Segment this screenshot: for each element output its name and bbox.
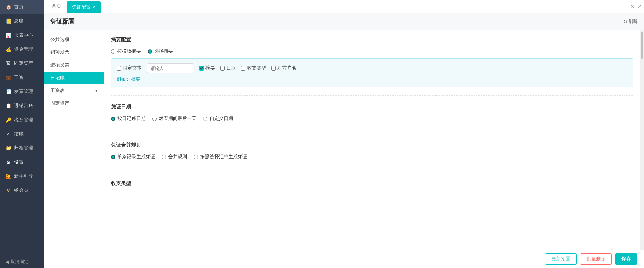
update-preview-button[interactable]: 更新预置 bbox=[545, 253, 577, 265]
sidebar-item-sales[interactable]: 📋 进销台账 bbox=[0, 99, 44, 113]
radio-date-custom-input[interactable] bbox=[203, 117, 207, 121]
fund-icon: 💰 bbox=[5, 46, 11, 52]
save-button[interactable]: 保存 bbox=[615, 253, 637, 265]
main-area: 首页 凭证配置 × ✕ ⤢ 凭证配置 ↻ 刷新 公共选项 bbox=[44, 0, 644, 268]
left-nav-fixed-assets[interactable]: 固定资产 bbox=[44, 97, 104, 110]
radio-merge-rule-input[interactable] bbox=[162, 155, 166, 159]
pin-icon: ◀ bbox=[5, 259, 9, 264]
date-section: 凭证日期 按日记账日期 对应期间最后一天 自定义日期 bbox=[111, 104, 633, 134]
checkbox-counterpart[interactable]: 对方户名 bbox=[271, 65, 296, 71]
sidebar-item-ledger[interactable]: 📒 总账 bbox=[0, 14, 44, 28]
sidebar-item-home[interactable]: 🏠 首页 bbox=[0, 0, 44, 14]
tab-bar-actions: ✕ ⤢ bbox=[630, 3, 641, 10]
invoice-icon: 🧾 bbox=[5, 89, 11, 95]
radio-date-period-last-input[interactable] bbox=[152, 117, 157, 121]
radio-date-custom[interactable]: 自定义日期 bbox=[203, 116, 233, 122]
income-section: 收支类型 bbox=[111, 180, 633, 200]
sidebar-item-guide[interactable]: 🙋 新手引导 bbox=[0, 169, 44, 183]
checkbox-payment-type-input[interactable] bbox=[241, 66, 245, 71]
radio-date-journal-input[interactable] bbox=[111, 117, 115, 121]
batch-delete-button[interactable]: 批量删除 bbox=[580, 253, 612, 265]
left-nav-public[interactable]: 公共选项 bbox=[44, 33, 104, 46]
sidebar-item-archive[interactable]: 📁 归档管理 bbox=[0, 141, 44, 155]
checkbox-summary[interactable]: 摘要 bbox=[199, 65, 215, 71]
checkbox-fixed-text[interactable]: 固定文本 bbox=[117, 65, 142, 71]
summary-title: 摘要配置 bbox=[111, 37, 633, 43]
sidebar-item-asset[interactable]: 🏗 固定资产 bbox=[0, 56, 44, 71]
checkbox-date-input[interactable] bbox=[220, 66, 225, 71]
tab-bar: 首页 凭证配置 × ✕ ⤢ bbox=[44, 0, 644, 13]
radio-merge-aggregate[interactable]: 按照选择汇总生成凭证 bbox=[194, 154, 247, 160]
inner-layout: 公共选项 销项发票 进项发票 日记账 工资表 ▾ 固定资产 bbox=[44, 30, 644, 250]
tab-home[interactable]: 首页 bbox=[46, 0, 67, 13]
radio-date-period-last[interactable]: 对应期间最后一天 bbox=[152, 116, 196, 122]
sidebar: 🏠 首页 📒 总账 📊 报表中心 💰 资金管理 🏗 固定资产 💼 工资 🧾 发票… bbox=[0, 0, 44, 268]
asset-icon: 🏗 bbox=[5, 60, 11, 66]
radio-select-input[interactable] bbox=[148, 49, 152, 54]
chevron-down-icon: ▾ bbox=[95, 88, 97, 93]
radio-merge-single[interactable]: 单条记录生成凭证 bbox=[111, 154, 155, 160]
page-title: 凭证配置 bbox=[50, 17, 75, 26]
left-nav-journal[interactable]: 日记账 bbox=[44, 72, 104, 84]
guide-icon: 🙋 bbox=[5, 173, 11, 179]
scroll-track[interactable] bbox=[640, 30, 644, 250]
report-icon: 📊 bbox=[5, 32, 11, 38]
summary-section: 摘要配置 按模版摘要 选择摘要 bbox=[111, 37, 633, 96]
income-title: 收支类型 bbox=[111, 180, 633, 187]
checkbox-summary-input[interactable] bbox=[199, 66, 204, 71]
sidebar-item-invoice[interactable]: 🧾 发票管理 bbox=[0, 85, 44, 99]
member-icon: V bbox=[5, 187, 11, 193]
settings-icon: ⚙ bbox=[5, 159, 11, 165]
tab-close-icon[interactable]: × bbox=[93, 5, 95, 10]
tab-close-window-button[interactable]: ✕ bbox=[630, 3, 634, 10]
radio-template-summary[interactable]: 按模版摘要 bbox=[111, 48, 141, 54]
left-nav-sales-invoice[interactable]: 销项发票 bbox=[44, 46, 104, 59]
sidebar-item-settings[interactable]: ⚙ 设置 bbox=[0, 155, 44, 169]
sidebar-item-tax[interactable]: 🔑 税务管理 bbox=[0, 113, 44, 127]
summary-checkbox-group: 固定文本 摘要 日期 bbox=[117, 63, 628, 73]
scroll-thumb[interactable] bbox=[641, 32, 643, 59]
sidebar-item-report[interactable]: 📊 报表中心 bbox=[0, 28, 44, 42]
merge-section: 凭证合并规则 单条记录生成凭证 合并规则 按照选择汇总生成凭证 bbox=[111, 142, 633, 172]
closing-icon: ✔ bbox=[5, 131, 11, 137]
radio-template-input[interactable] bbox=[111, 49, 115, 54]
tax-icon: 🔑 bbox=[5, 117, 11, 123]
checkbox-counterpart-input[interactable] bbox=[271, 66, 276, 71]
right-content: 摘要配置 按模版摘要 选择摘要 bbox=[104, 30, 640, 250]
left-nav-payroll-table[interactable]: 工资表 ▾ bbox=[44, 84, 104, 97]
summary-config-box: 固定文本 摘要 日期 bbox=[111, 58, 633, 87]
radio-merge-aggregate-input[interactable] bbox=[194, 155, 198, 159]
bottom-bar: 更新预置 批量删除 保存 bbox=[44, 250, 644, 268]
ledger-icon: 📒 bbox=[5, 18, 11, 24]
refresh-icon: ↻ bbox=[623, 19, 627, 24]
checkbox-fixed-text-input[interactable] bbox=[117, 66, 121, 71]
sidebar-item-payroll[interactable]: 💼 工资 bbox=[0, 71, 44, 85]
merge-radio-group: 单条记录生成凭证 合并规则 按照选择汇总生成凭证 bbox=[111, 154, 633, 160]
checkbox-payment-type[interactable]: 收支类型 bbox=[241, 65, 266, 71]
date-radio-group: 按日记账日期 对应期间最后一天 自定义日期 bbox=[111, 116, 633, 122]
sales-icon: 📋 bbox=[5, 103, 11, 109]
archive-icon: 📁 bbox=[5, 145, 11, 151]
merge-title: 凭证合并规则 bbox=[111, 142, 633, 148]
radio-merge-rule[interactable]: 合并规则 bbox=[162, 154, 187, 160]
sidebar-pin-button[interactable]: ◀ 取消固定 bbox=[0, 255, 44, 268]
summary-radio-group: 按模版摘要 选择摘要 bbox=[111, 48, 633, 54]
tab-expand-button[interactable]: ⤢ bbox=[637, 3, 641, 10]
home-icon: 🏠 bbox=[5, 4, 11, 10]
radio-select-summary[interactable]: 选择摘要 bbox=[148, 48, 173, 54]
fixed-text-input[interactable] bbox=[147, 63, 194, 73]
left-nav-purchase-invoice[interactable]: 进项发票 bbox=[44, 59, 104, 72]
sidebar-scroll: 🏠 首页 📒 总账 📊 报表中心 💰 资金管理 🏗 固定资产 💼 工资 🧾 发票… bbox=[0, 0, 44, 255]
radio-merge-single-input[interactable] bbox=[111, 155, 115, 159]
checkbox-date[interactable]: 日期 bbox=[220, 65, 236, 71]
sidebar-bottom: ◀ 取消固定 bbox=[0, 255, 44, 268]
page-header: 凭证配置 ↻ 刷新 bbox=[44, 13, 644, 30]
sidebar-item-fund[interactable]: 💰 资金管理 bbox=[0, 42, 44, 56]
radio-date-journal[interactable]: 按日记账日期 bbox=[111, 116, 146, 122]
summary-example: 例如： 摘要 bbox=[117, 76, 628, 82]
sidebar-item-closing[interactable]: ✔ 结账 bbox=[0, 127, 44, 141]
tab-voucher-config[interactable]: 凭证配置 × bbox=[67, 1, 101, 13]
sidebar-item-member[interactable]: V 畅会员 bbox=[0, 183, 44, 197]
refresh-button[interactable]: ↻ 刷新 bbox=[623, 18, 637, 25]
page-wrapper: 凭证配置 ↻ 刷新 公共选项 销项发票 进项发票 日记账 bbox=[44, 13, 644, 268]
